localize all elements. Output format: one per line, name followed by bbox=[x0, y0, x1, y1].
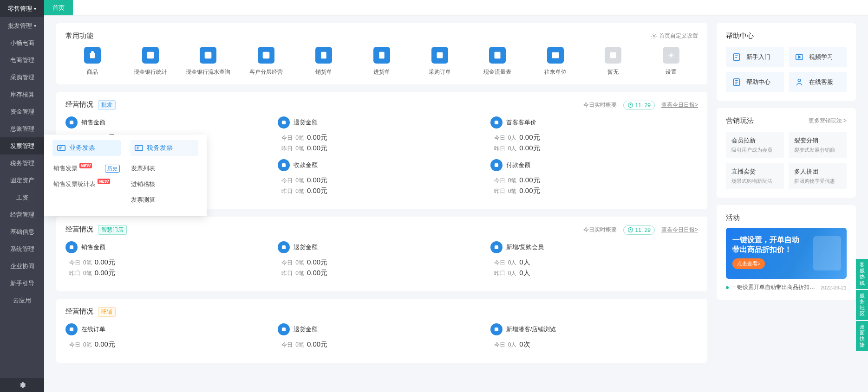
sidebar-item-ecommerce[interactable]: 电商管理 bbox=[0, 51, 44, 69]
summary-label: 今日实时概要 bbox=[583, 226, 617, 234]
today-value: 0.00元 bbox=[95, 340, 115, 349]
quick-item-goods[interactable]: 商品 bbox=[65, 47, 120, 76]
quick-item-partner[interactable]: 往来单位 bbox=[528, 47, 582, 76]
sidebar-item-operation[interactable]: 经营管理 bbox=[0, 206, 44, 223]
marketing-item-1[interactable]: 裂变分销裂变式发展分销商 bbox=[789, 132, 847, 158]
quick-item-cashflow-report[interactable]: 现金流量表 bbox=[470, 47, 525, 76]
yesterday-value: 0.00元 bbox=[519, 186, 540, 195]
mk-title: 直播卖货 bbox=[731, 167, 778, 176]
help-label: 视频学习 bbox=[809, 53, 833, 61]
sidebar-item-retail[interactable]: 零售管理▾ bbox=[0, 0, 44, 17]
quick-label: 销货单 bbox=[315, 68, 332, 76]
metric-icon bbox=[65, 241, 78, 253]
sidebar-item-guide[interactable]: 新手引导 bbox=[0, 275, 44, 292]
activity-card: 活动 一键设置，开单自动 带出商品折扣价！ 点击查看> 一键设置开单自动带出商品… bbox=[717, 205, 856, 300]
flyout-link-sales-invoice[interactable]: 销售发票 NEW 历史 bbox=[52, 161, 121, 176]
yesterday-label: 昨日 bbox=[494, 145, 505, 153]
sidebar-item-purchase[interactable]: 采购管理 bbox=[0, 69, 44, 86]
quick-item-sales-order[interactable]: 销货单 bbox=[297, 47, 351, 76]
sidebar-item-tax[interactable]: 税务管理 bbox=[0, 154, 44, 172]
quick-functions-card: 常用功能 首页自定义设置 商品现金银行统计现金银行流水查询客户分层经营销货单进货… bbox=[56, 23, 707, 84]
today-value: 0次 bbox=[519, 340, 530, 349]
home-custom-settings[interactable]: 首页自定义设置 bbox=[651, 32, 698, 40]
svg-rect-19 bbox=[282, 163, 286, 167]
help-icon bbox=[794, 77, 804, 87]
sidebar-item-basic[interactable]: 基础信息 bbox=[0, 223, 44, 240]
quick-item-cash-stat[interactable]: 现金银行统计 bbox=[124, 47, 178, 76]
metric-title: 新增/复购会员 bbox=[506, 243, 544, 251]
metric-icon bbox=[490, 159, 503, 171]
quick-item-cash-flow[interactable]: 现金银行流水查询 bbox=[181, 47, 235, 76]
sidebar-item-collab[interactable]: 企业协同 bbox=[0, 257, 44, 275]
chevron-down-icon: ▾ bbox=[34, 6, 36, 11]
sidebar-label: 零售管理 bbox=[8, 5, 32, 13]
help-item-3[interactable]: 在线客服 bbox=[789, 72, 847, 92]
today-value: 0人 bbox=[519, 258, 530, 267]
daily-report-link[interactable]: 查看今日日报> bbox=[661, 101, 698, 109]
sidebar-item-cloud[interactable]: 云应用 bbox=[0, 292, 44, 309]
sidebar-item-salary[interactable]: 工资 bbox=[0, 189, 44, 206]
banner-cta-button[interactable]: 点击查看> bbox=[732, 258, 765, 269]
tab-home[interactable]: 首页 bbox=[44, 0, 73, 15]
activity-list-item[interactable]: 一键设置开单自动带出商品折扣价！ 2022-09-21 bbox=[726, 283, 847, 291]
float-hotline[interactable]: 客服热线 bbox=[856, 259, 868, 289]
float-community[interactable]: 服务社区 bbox=[856, 290, 868, 320]
time-pill: 11: 29 bbox=[623, 225, 655, 235]
today-value: 0.00元 bbox=[95, 258, 115, 267]
history-button[interactable]: 历史 bbox=[105, 165, 120, 173]
quick-item-customer[interactable]: 客户分层经营 bbox=[239, 47, 294, 76]
float-desktop[interactable]: 桌面快捷 bbox=[856, 321, 868, 351]
sidebar-settings-button[interactable] bbox=[0, 378, 44, 392]
help-item-0[interactable]: 新手入门 bbox=[726, 47, 784, 67]
today-count: 0人 bbox=[508, 134, 517, 142]
yesterday-count: 0人 bbox=[508, 270, 517, 277]
partner-icon bbox=[547, 47, 564, 64]
sidebar-item-assets[interactable]: 固定资产 bbox=[0, 172, 44, 189]
metric-title: 销售金额 bbox=[81, 243, 105, 251]
marketing-item-2[interactable]: 直播卖货场景式购物新玩法 bbox=[726, 163, 784, 189]
daily-report-link[interactable]: 查看今日日报> bbox=[661, 226, 698, 234]
cash-flow-icon bbox=[200, 47, 216, 64]
svg-point-31 bbox=[798, 79, 801, 82]
activity-banner[interactable]: 一键设置，开单自动 带出商品折扣价！ 点击查看> bbox=[726, 228, 847, 279]
cashflow-report-icon bbox=[489, 47, 506, 64]
metric-title: 在线订单 bbox=[81, 325, 105, 334]
quick-item-purchase-order[interactable]: 进货单 bbox=[355, 47, 409, 76]
sidebar-item-ledger[interactable]: 总账管理 bbox=[0, 120, 44, 137]
more-marketing-link[interactable]: 更多营销玩法 > bbox=[809, 117, 847, 125]
marketing-item-3[interactable]: 多人拼团拼团购物享受优惠 bbox=[789, 163, 847, 189]
metric-title: 收款金额 bbox=[294, 161, 318, 169]
clock-icon bbox=[627, 227, 633, 233]
quick-label: 客户分层经营 bbox=[249, 68, 283, 76]
sidebar-item-system[interactable]: 系统管理 bbox=[0, 240, 44, 257]
help-item-2[interactable]: 帮助中心 bbox=[726, 72, 784, 92]
svg-rect-27 bbox=[495, 328, 498, 331]
activity-item-text: 一键设置开单自动带出商品折扣价！ bbox=[731, 283, 818, 291]
sidebar-item-wholesale[interactable]: 批发管理▾ bbox=[0, 17, 44, 34]
sidebar-item-invoice[interactable]: 发票管理 bbox=[0, 137, 44, 154]
metric-icon bbox=[278, 116, 290, 129]
svg-rect-8 bbox=[379, 52, 384, 58]
quick-label: 暂无 bbox=[607, 68, 619, 76]
help-item-1[interactable]: 视频学习 bbox=[789, 47, 847, 67]
quick-item-po[interactable]: 采购订单 bbox=[412, 47, 467, 76]
svg-rect-16 bbox=[282, 121, 286, 124]
yesterday-value: 0.00元 bbox=[307, 144, 327, 153]
sidebar-item-funds[interactable]: 资金管理 bbox=[0, 103, 44, 120]
metric-block: 退货金额今日0笔0.00元 bbox=[278, 323, 485, 351]
quick-item-empty[interactable]: 暂无 bbox=[586, 47, 640, 76]
yesterday-label: 昨日 bbox=[281, 145, 293, 153]
flyout-link-audit[interactable]: 进销稽核 bbox=[130, 176, 198, 192]
marketing-item-0[interactable]: 会员拉新吸引用户成为会员 bbox=[726, 132, 784, 158]
flyout-link-sales-invoice-stat[interactable]: 销售发票统计表 NEW bbox=[52, 176, 121, 192]
flyout-link-calc[interactable]: 发票测算 bbox=[130, 192, 198, 208]
sidebar-item-inventory[interactable]: 库存核算 bbox=[0, 86, 44, 103]
quick-item-settings[interactable]: 设置 bbox=[644, 47, 698, 76]
help-label: 在线客服 bbox=[809, 78, 833, 86]
metric-block: 首客客单价今日0人0.00元昨日0人0.00元 bbox=[490, 116, 698, 154]
sidebar-item-ecsmall[interactable]: 小畅电商 bbox=[0, 34, 44, 51]
flyout-head-tax[interactable]: 税务发票 bbox=[130, 140, 198, 156]
flyout-link-invoice-list[interactable]: 发票列表 bbox=[130, 161, 198, 176]
flyout-head-business[interactable]: 业务发票 bbox=[52, 140, 121, 156]
metric-title: 退货金额 bbox=[294, 243, 318, 251]
